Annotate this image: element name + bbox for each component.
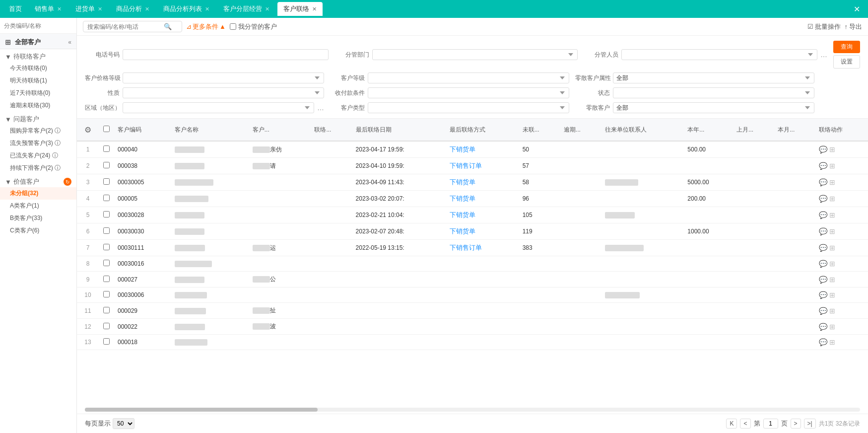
last-way-link[interactable]: 下销货单: [450, 178, 475, 186]
nav-tab-sales[interactable]: 销售单 ✕: [29, 2, 67, 16]
row-checkbox[interactable]: [103, 211, 110, 217]
filter-select-cust-type[interactable]: [368, 102, 569, 113]
sidebar-group-pending[interactable]: ▼ 待联络客户: [0, 49, 76, 62]
first-page-btn[interactable]: K: [726, 419, 737, 429]
row-checkbox[interactable]: [103, 145, 110, 152]
horizontal-scrollbar[interactable]: [85, 408, 860, 412]
row-checkbox[interactable]: [103, 195, 110, 201]
sidebar-search-input[interactable]: [4, 22, 77, 29]
more-action-icon[interactable]: ⊞: [829, 145, 835, 153]
nav-home[interactable]: 首页: [4, 4, 27, 13]
filter-input-phone[interactable]: [123, 49, 329, 60]
sidebar-item-tomorrow[interactable]: 明天待联络(1): [0, 74, 76, 87]
last-way-link[interactable]: 下销货单: [450, 211, 475, 218]
more-action-icon[interactable]: ⊞: [829, 291, 835, 299]
nav-close-all[interactable]: ✕: [850, 4, 864, 14]
page-number-input[interactable]: [763, 419, 778, 429]
my-customers-check[interactable]: [230, 23, 236, 30]
nav-tab-customer-contact-close[interactable]: ✕: [312, 6, 317, 12]
search-input[interactable]: [87, 23, 162, 30]
sidebar-item-churn-warning[interactable]: 流失预警客户(3) ⓘ: [0, 137, 76, 149]
table-settings-icon[interactable]: ⚙: [81, 123, 95, 137]
sidebar-item-class-a[interactable]: A类客户(1): [0, 200, 76, 212]
contact-action-icon[interactable]: 💬: [819, 260, 827, 268]
sidebar-item-overdue[interactable]: 逾期未联络(30): [0, 99, 76, 112]
nav-tab-analysis-list-close[interactable]: ✕: [205, 6, 209, 12]
more-action-icon[interactable]: ⊞: [829, 211, 835, 219]
filter-select-payment[interactable]: [368, 87, 569, 98]
more-action-icon[interactable]: ⊞: [829, 162, 835, 170]
sidebar-item-class-c[interactable]: C类客户(6): [0, 224, 76, 237]
more-action-icon[interactable]: ⊞: [829, 195, 835, 203]
filter-select-dept[interactable]: [372, 49, 578, 60]
nav-tab-sales-close[interactable]: ✕: [57, 6, 62, 12]
row-checkbox[interactable]: [103, 291, 110, 297]
contact-action-icon[interactable]: 💬: [819, 291, 827, 299]
nav-tab-analysis[interactable]: 商品分析 ✕: [110, 2, 155, 16]
sidebar-item-today[interactable]: 今天待联络(0): [0, 62, 76, 74]
contact-action-icon[interactable]: 💬: [819, 338, 827, 346]
row-checkbox[interactable]: [103, 276, 110, 282]
nav-tab-customer-contact[interactable]: 客户联络 ✕: [277, 2, 323, 16]
select-all-checkbox[interactable]: [103, 126, 110, 132]
more-action-icon[interactable]: ⊞: [829, 178, 835, 186]
contact-action-icon[interactable]: 💬: [819, 276, 827, 284]
sidebar-item-7days[interactable]: 近7天待联络(0): [0, 87, 76, 99]
more-options-region[interactable]: …: [317, 104, 324, 112]
export-btn[interactable]: ↑ 导出: [845, 22, 863, 31]
more-action-icon[interactable]: ⊞: [829, 260, 835, 268]
sidebar-item-class-b[interactable]: B类客户(33): [0, 212, 76, 224]
sidebar-group-problem[interactable]: ▼ 问题客户: [0, 112, 76, 125]
row-checkbox[interactable]: [103, 162, 110, 168]
contact-action-icon[interactable]: 💬: [819, 244, 827, 252]
sidebar-item-hoarding[interactable]: 囤购异常客户(2) ⓘ: [0, 125, 76, 137]
sidebar-group-value[interactable]: ▼ 价值客户 ↻: [0, 174, 76, 187]
last-way-link[interactable]: 下销售订单: [450, 244, 482, 251]
batch-ops-btn[interactable]: ☑ 批量操作: [807, 22, 841, 31]
my-customers-checkbox[interactable]: 我分管的客户: [230, 22, 277, 31]
contact-action-icon[interactable]: 💬: [819, 307, 827, 315]
more-options-person[interactable]: …: [820, 51, 827, 59]
sidebar-item-declining[interactable]: 持续下滑客户(2) ⓘ: [0, 162, 76, 174]
nav-tab-purchase[interactable]: 进货单 ✕: [69, 2, 108, 16]
contact-action-icon[interactable]: 💬: [819, 162, 827, 170]
row-checkbox[interactable]: [103, 338, 110, 345]
filter-select-retail-attr[interactable]: 全部: [613, 72, 814, 83]
contact-action-icon[interactable]: 💬: [819, 211, 827, 219]
last-way-link[interactable]: 下销货单: [450, 145, 475, 153]
nav-tab-customer-segment-close[interactable]: ✕: [265, 6, 269, 12]
more-action-icon[interactable]: ⊞: [829, 227, 835, 235]
contact-action-icon[interactable]: 💬: [819, 195, 827, 203]
nav-tab-analysis-close[interactable]: ✕: [145, 6, 149, 12]
reset-btn[interactable]: 设置: [833, 55, 860, 69]
prev-page-btn[interactable]: <: [740, 419, 750, 429]
row-checkbox[interactable]: [103, 227, 110, 234]
scrollbar-thumb[interactable]: [85, 408, 318, 412]
filter-select-nature[interactable]: [123, 87, 324, 98]
sidebar-item-churned[interactable]: 已流失客户(24) ⓘ: [0, 149, 76, 162]
last-page-btn[interactable]: >|: [804, 419, 816, 429]
nav-tab-customer-segment[interactable]: 客户分层经营 ✕: [217, 2, 275, 16]
page-size-select[interactable]: 50: [113, 418, 134, 429]
filter-select-price[interactable]: [123, 72, 324, 83]
filter-select-person[interactable]: [621, 49, 817, 60]
filter-select-region[interactable]: [123, 102, 314, 113]
sidebar-item-ungrouped[interactable]: 未分组(32): [0, 187, 76, 200]
nav-tab-analysis-list[interactable]: 商品分析列表 ✕: [157, 2, 215, 16]
row-checkbox[interactable]: [103, 178, 110, 185]
contact-action-icon[interactable]: 💬: [819, 323, 827, 331]
contact-action-icon[interactable]: 💬: [819, 145, 827, 153]
nav-tab-purchase-close[interactable]: ✕: [98, 6, 102, 12]
last-way-link[interactable]: 下销货单: [450, 195, 475, 202]
next-page-btn[interactable]: >: [791, 419, 801, 429]
sidebar-all-customers[interactable]: ⊞ 全部客户 «: [0, 34, 76, 49]
last-way-link[interactable]: 下销货单: [450, 227, 475, 235]
contact-action-icon[interactable]: 💬: [819, 178, 827, 186]
contact-action-icon[interactable]: 💬: [819, 227, 827, 235]
more-action-icon[interactable]: ⊞: [829, 307, 835, 315]
more-action-icon[interactable]: ⊞: [829, 276, 835, 284]
filter-select-cust-level[interactable]: [368, 72, 569, 83]
last-way-link[interactable]: 下销售订单: [450, 162, 482, 169]
row-checkbox[interactable]: [103, 307, 110, 313]
more-action-icon[interactable]: ⊞: [829, 244, 835, 252]
